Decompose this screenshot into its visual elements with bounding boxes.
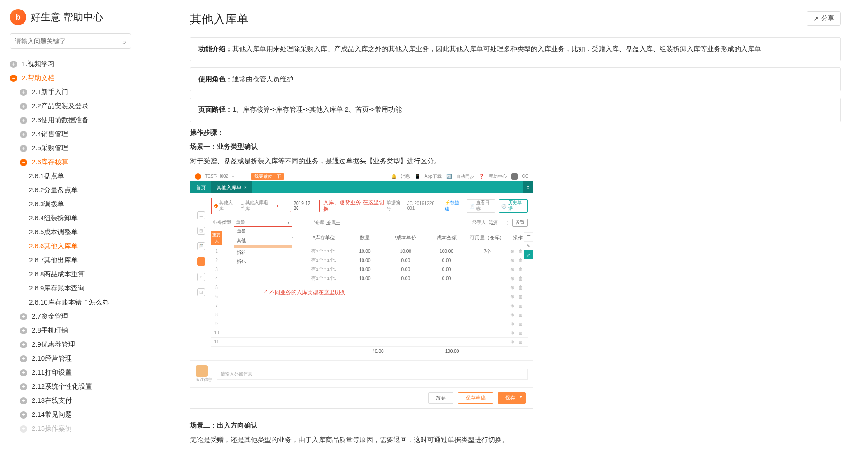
- nav-leaf[interactable]: 2.6.9库存账本查询: [10, 281, 131, 295]
- log-link[interactable]: 📄查看日志: [467, 199, 495, 213]
- embedded-screenshot: TEST-H002 ▾ 我要做位一下 🔔消息 📱App下载 🔄自动同步 ❓帮助中…: [190, 171, 533, 409]
- nav-leaf[interactable]: 2.6.5成本调整单: [10, 225, 131, 239]
- bill-no: JC-20191226-001: [407, 201, 441, 211]
- table-row-empty: 11⊕ 🗑: [211, 338, 528, 347]
- annotation-arrow-icon: ⟵: [276, 202, 285, 209]
- nav-leaf[interactable]: 2.6.8商品成本重算: [10, 267, 131, 281]
- bill-type-radio-group: 其他入库 其他入库退库: [211, 198, 274, 214]
- warehouse-value[interactable]: 仓库一: [327, 219, 340, 226]
- nav-item-inventory[interactable]: 2.6库存核算: [10, 155, 131, 169]
- role-text: 通常由仓管人员维护: [232, 76, 293, 83]
- nav-item-help-docs[interactable]: 2.帮助文档: [10, 71, 131, 85]
- tool-icon[interactable]: ⌂: [197, 273, 205, 281]
- tabs-close-all[interactable]: ×: [523, 181, 533, 193]
- biz-type-select[interactable]: 盘盈 ▼ 盘盈 其他 拆箱 拆包: [234, 219, 292, 227]
- sync-icon: 🔄: [446, 174, 452, 179]
- biz-type-label: *业务类型: [211, 219, 231, 226]
- save-button[interactable]: 保存: [498, 392, 526, 404]
- role-label: 使用角色：: [198, 76, 232, 83]
- nav-item[interactable]: 2.3使用前数据准备: [10, 113, 131, 127]
- nav-item[interactable]: 2.8手机旺铺: [10, 324, 131, 338]
- path-label: 页面路径：: [198, 106, 232, 113]
- shortcut-link[interactable]: ⚡快捷建: [445, 200, 463, 212]
- share-icon: ↗: [813, 15, 819, 22]
- mock-tabs: 首页 其他入库单× ×: [190, 181, 533, 193]
- mock-left-toolbar: ☰ ⊞ 📋 ⌂ ⊡: [196, 198, 207, 356]
- annotation-text: 入库、退货业务 在这里切换: [323, 199, 387, 213]
- nav-item[interactable]: 2.1新手入门: [10, 85, 131, 99]
- nav-item[interactable]: 2.5采购管理: [10, 141, 131, 155]
- total-qty: 40.00: [359, 349, 396, 354]
- remark-row: 备注信息 请输入外部信息: [190, 360, 533, 387]
- side-icon[interactable]: ☰: [524, 232, 533, 241]
- th: 成本金额: [426, 235, 467, 241]
- search-input[interactable]: [15, 38, 122, 45]
- share-button[interactable]: ↗ 分享: [807, 11, 841, 26]
- scene2-text2: 退库业务中，明细数量均以负值红色展示。无论是入库还是退库，库存账均记在入库方向。: [190, 450, 841, 452]
- brand-title: 好生意 帮助中心: [31, 10, 103, 24]
- total-amt: 100.00: [434, 349, 471, 354]
- brand-logo-icon: b: [10, 9, 26, 25]
- radio-other-return[interactable]: 其他入库退库: [241, 200, 271, 212]
- side-icon[interactable]: ✎: [524, 241, 533, 250]
- nav-leaf[interactable]: 2.6.2分量盘点单: [10, 183, 131, 197]
- date-field[interactable]: 2019-12-26: [290, 200, 320, 212]
- side-icon-active[interactable]: ⤢: [524, 250, 533, 259]
- history-link[interactable]: 🕘历史单据: [499, 199, 528, 213]
- search-box[interactable]: ⌕: [10, 33, 131, 49]
- close-icon[interactable]: ×: [244, 185, 247, 190]
- tool-icon[interactable]: ⊡: [197, 288, 205, 296]
- tool-icon[interactable]: ☰: [197, 211, 205, 219]
- dropdown-option[interactable]: 盘盈: [234, 227, 292, 236]
- nav-leaf[interactable]: 2.6.7其他出库单: [10, 253, 131, 267]
- search-icon[interactable]: ⌕: [122, 38, 126, 45]
- table-row-empty: 6⊕ 🗑: [211, 292, 528, 301]
- th: 数量: [344, 235, 385, 241]
- mock-tab-active[interactable]: 其他入库单×: [211, 181, 252, 193]
- dropdown-option[interactable]: 拆包: [234, 257, 292, 266]
- cancel-button[interactable]: 放弃: [428, 392, 453, 404]
- nav-item-video[interactable]: 1.视频学习: [10, 57, 131, 71]
- nav-leaf[interactable]: 2.6.4组装拆卸单: [10, 211, 131, 225]
- th: 可用量（仓库）: [467, 235, 508, 241]
- nav-item[interactable]: 2.10经营管理: [10, 352, 131, 366]
- warehouse-label: *仓库: [313, 219, 324, 226]
- radio-other-in[interactable]: 其他入库: [214, 200, 236, 212]
- scene2-text1: 无论是受赠，还是其他类型的业务，由于入库商品质量等原因，需要退回，这时可通过单据…: [190, 434, 841, 446]
- nav-item[interactable]: 2.14常见问题: [10, 408, 131, 422]
- nav-item[interactable]: 2.4销售管理: [10, 127, 131, 141]
- nav-leaf[interactable]: 2.6.10库存账本错了怎么办: [10, 295, 131, 309]
- mock-tab-home[interactable]: 首页: [190, 181, 211, 193]
- table-row-empty: 9⊕ 🗑: [211, 319, 528, 328]
- th: *库存单位: [304, 235, 344, 241]
- nav-item[interactable]: 2.9优惠券管理: [10, 338, 131, 352]
- nav-item[interactable]: 2.7资金管理: [10, 309, 131, 324]
- nav-leaf[interactable]: 2.6.3调拨单: [10, 197, 131, 211]
- nav-item[interactable]: 2.15操作案例: [10, 422, 131, 436]
- nav-item[interactable]: 2.12系统个性化设置: [10, 380, 131, 394]
- draft-button[interactable]: 保存草稿: [458, 392, 493, 404]
- dropdown-option[interactable]: 拆箱: [234, 248, 292, 257]
- nav-leaf-current[interactable]: 2.6.6其他入库单: [10, 239, 131, 253]
- settings-button[interactable]: 设置: [512, 219, 528, 227]
- tool-icon-active[interactable]: [197, 257, 205, 266]
- mock-right-toolbar: ☰ ✎ ⤢: [524, 232, 533, 259]
- brand-header: b 好生意 帮助中心: [10, 9, 131, 25]
- dropdown-option[interactable]: 其他: [234, 236, 292, 245]
- tool-icon[interactable]: ⊞: [197, 227, 205, 235]
- th: 重要人: [211, 231, 222, 245]
- role-box: 使用角色：通常由仓管人员维护: [190, 67, 841, 91]
- remark-input[interactable]: 请输入外部信息: [217, 369, 528, 380]
- intro-label: 功能介绍：: [198, 45, 232, 52]
- mock-footer: 放弃 保存草稿 保存: [190, 387, 533, 408]
- scene1-title: 场景一：业务类型确认: [190, 143, 841, 151]
- th: *成本单价: [385, 235, 426, 241]
- nav-item[interactable]: 2.13在线支付: [10, 394, 131, 408]
- intro-box: 功能介绍：其他入库单用来处理除采购入库、产成品入库之外的其他入库业务，因此其他入…: [190, 37, 841, 61]
- tool-icon[interactable]: 📋: [197, 242, 205, 250]
- nav-tree: 1.视频学习 2.帮助文档 2.1新手入门 2.2产品安装及登录 2.3使用前数…: [10, 57, 131, 436]
- mock-titlebar: TEST-H002 ▾ 我要做位一下 🔔消息 📱App下载 🔄自动同步 ❓帮助中…: [190, 171, 533, 181]
- nav-leaf[interactable]: 2.6.1盘点单: [10, 169, 131, 183]
- nav-item[interactable]: 2.11打印设置: [10, 366, 131, 380]
- nav-item[interactable]: 2.2产品安装及登录: [10, 99, 131, 113]
